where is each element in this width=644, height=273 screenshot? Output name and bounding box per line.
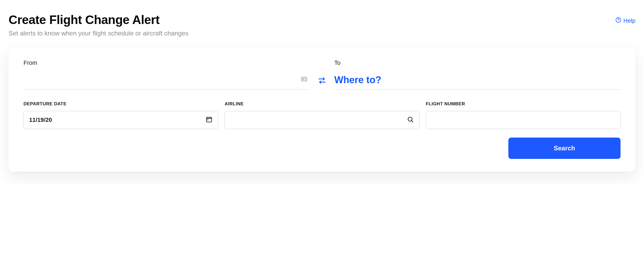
airline-col: AIRLINE (225, 101, 419, 129)
help-link-label: Help (623, 17, 635, 24)
from-input[interactable] (23, 74, 310, 86)
from-field: From (23, 59, 310, 90)
from-to-row: From (23, 59, 621, 90)
departure-date-col: DEPARTURE DATE (23, 101, 218, 129)
swap-from-to-button[interactable] (316, 75, 328, 87)
airline-input[interactable] (230, 117, 414, 123)
title-block: Create Flight Change Alert Set alerts to… (9, 13, 189, 37)
from-label: From (23, 59, 310, 66)
id-card-icon[interactable] (301, 75, 308, 83)
flight-number-input-wrap (426, 111, 621, 129)
flight-number-input[interactable] (431, 117, 615, 123)
page-title: Create Flight Change Alert (9, 13, 189, 27)
flight-number-label: FLIGHT NUMBER (426, 101, 621, 107)
actions-row: Search (23, 138, 621, 159)
departure-date-label: DEPARTURE DATE (23, 101, 218, 107)
svg-line-12 (411, 121, 413, 122)
svg-rect-2 (301, 77, 307, 81)
calendar-icon[interactable] (206, 116, 213, 124)
to-field: To (334, 59, 621, 90)
svg-rect-6 (207, 117, 212, 122)
search-icon[interactable] (407, 116, 414, 124)
to-label: To (334, 59, 621, 66)
departure-date-input[interactable] (29, 117, 213, 123)
departure-date-input-wrap (23, 111, 218, 129)
details-row: DEPARTURE DATE AIRLINE (23, 101, 621, 129)
page-subtitle: Set alerts to know when your flight sche… (9, 30, 189, 37)
svg-rect-10 (207, 119, 208, 120)
airline-label: AIRLINE (225, 101, 419, 107)
flight-number-col: FLIGHT NUMBER (426, 101, 621, 129)
to-input-wrap (334, 74, 621, 90)
svg-point-3 (303, 78, 304, 79)
help-circle-icon (615, 17, 621, 25)
search-card: From (9, 48, 635, 172)
svg-point-1 (618, 21, 618, 21)
airline-input-wrap (225, 111, 419, 129)
to-input[interactable] (334, 74, 621, 86)
help-link[interactable]: Help (615, 17, 635, 25)
swap-arrows-icon (317, 76, 327, 86)
from-input-wrap (23, 74, 310, 90)
search-button[interactable]: Search (508, 138, 621, 159)
page-header: Create Flight Change Alert Set alerts to… (9, 13, 635, 37)
